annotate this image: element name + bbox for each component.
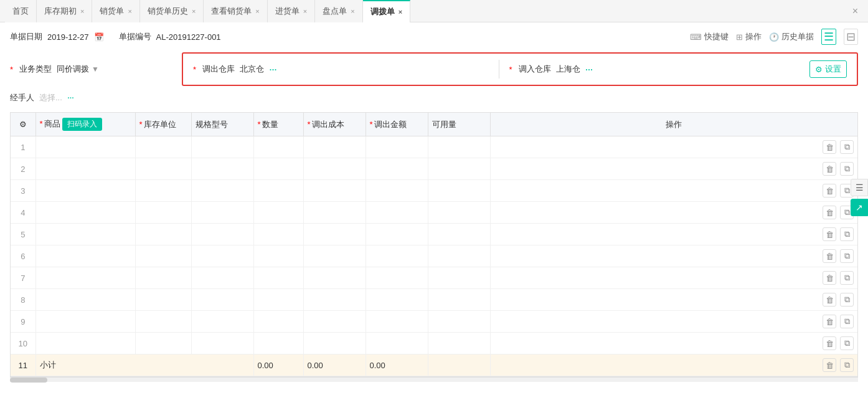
row-3-spec[interactable] — [191, 180, 253, 202]
row-10-qty[interactable] — [253, 333, 303, 355]
row-4-product[interactable] — [35, 202, 135, 224]
tab-bar-close-btn[interactable]: × — [847, 6, 863, 17]
row-6-unit[interactable] — [135, 245, 191, 267]
row-9-spec[interactable] — [191, 311, 253, 333]
row-10-amount[interactable] — [366, 333, 428, 355]
row-8-qty[interactable] — [253, 289, 303, 311]
row-6-cost[interactable] — [303, 245, 366, 267]
tab-close-purchase[interactable]: × — [303, 7, 307, 15]
row-4-amount[interactable] — [366, 202, 428, 224]
row-8-spec[interactable] — [191, 289, 253, 311]
row-1-product[interactable] — [35, 136, 135, 158]
source-more-icon[interactable]: ··· — [269, 63, 276, 76]
row-10-spec[interactable] — [191, 333, 253, 355]
row-1-cost[interactable] — [303, 136, 366, 158]
row-8-cost[interactable] — [303, 289, 366, 311]
delete-icon-2[interactable]: 🗑 — [823, 162, 836, 176]
delete-icon-10[interactable]: 🗑 — [823, 336, 836, 350]
row-1-qty[interactable] — [253, 136, 303, 158]
handler-more-icon[interactable]: ··· — [67, 92, 73, 103]
row-6-available[interactable] — [428, 245, 490, 267]
row-8-available[interactable] — [428, 289, 490, 311]
row-7-spec[interactable] — [191, 267, 253, 289]
row-2-qty[interactable] — [253, 158, 303, 180]
row-2-unit[interactable] — [135, 158, 191, 180]
tab-purchase[interactable]: 进货单 × — [268, 0, 315, 22]
side-list-btn[interactable]: ☰ — [851, 179, 868, 196]
row-4-unit[interactable] — [135, 202, 191, 224]
row-8-amount[interactable] — [366, 289, 428, 311]
copy-icon-9[interactable]: ⧉ — [840, 315, 854, 328]
target-more-icon[interactable]: ··· — [585, 63, 593, 76]
copy-icon-8[interactable]: ⧉ — [840, 293, 854, 307]
row-6-amount[interactable] — [366, 245, 428, 267]
row-4-qty[interactable] — [253, 202, 303, 224]
row-5-cost[interactable] — [303, 224, 366, 245]
row-2-spec[interactable] — [191, 158, 253, 180]
row-5-amount[interactable] — [366, 224, 428, 245]
row-6-spec[interactable] — [191, 245, 253, 267]
row-5-qty[interactable] — [253, 224, 303, 245]
row-2-product[interactable] — [35, 158, 135, 180]
copy-icon-6[interactable]: ⧉ — [840, 249, 854, 263]
row-3-amount[interactable] — [366, 180, 428, 202]
shortcut-btn[interactable]: ⌨ 快捷键 — [690, 31, 729, 42]
business-type-select[interactable]: 同价调拨 ▼ — [57, 64, 131, 75]
layout-icon2[interactable]: ⊟ — [844, 29, 858, 45]
row-9-amount[interactable] — [366, 311, 428, 333]
copy-icon-5[interactable]: ⧉ — [840, 227, 854, 241]
delete-icon-5[interactable]: 🗑 — [823, 227, 836, 241]
row-3-qty[interactable] — [253, 180, 303, 202]
target-warehouse-value[interactable]: 上海仓 — [556, 64, 580, 75]
row-10-available[interactable] — [428, 333, 490, 355]
tab-inventory-init[interactable]: 库存期初 × — [37, 0, 92, 22]
row-10-product[interactable] — [35, 333, 135, 355]
row-9-available[interactable] — [428, 311, 490, 333]
row-9-unit[interactable] — [135, 311, 191, 333]
settings-button[interactable]: ⚙ 设置 — [809, 60, 847, 78]
row-7-available[interactable] — [428, 267, 490, 289]
tab-view-sales[interactable]: 查看销货单 × — [204, 0, 267, 22]
row-10-cost[interactable] — [303, 333, 366, 355]
row-2-available[interactable] — [428, 158, 490, 180]
copy-icon-7[interactable]: ⧉ — [840, 271, 854, 285]
row-9-cost[interactable] — [303, 311, 366, 333]
handler-placeholder[interactable]: 选择... — [39, 92, 62, 103]
row-5-spec[interactable] — [191, 224, 253, 245]
tab-home[interactable]: 首页 — [5, 0, 37, 22]
row-8-unit[interactable] — [135, 289, 191, 311]
row-3-product[interactable] — [35, 180, 135, 202]
row-3-unit[interactable] — [135, 180, 191, 202]
row-7-product[interactable] — [35, 267, 135, 289]
delete-icon-1[interactable]: 🗑 — [823, 140, 836, 154]
delete-icon-3[interactable]: 🗑 — [823, 184, 836, 198]
tab-close-view-sales[interactable]: × — [255, 7, 259, 15]
source-warehouse-value[interactable]: 北京仓 — [240, 64, 264, 75]
row-7-unit[interactable] — [135, 267, 191, 289]
row-6-product[interactable] — [35, 245, 135, 267]
row-5-product[interactable] — [35, 224, 135, 245]
row-2-cost[interactable] — [303, 158, 366, 180]
row-3-cost[interactable] — [303, 180, 366, 202]
tab-close-inventory-check[interactable]: × — [351, 7, 354, 15]
history-btn[interactable]: 🕐 历史单据 — [769, 31, 814, 42]
delete-icon-11[interactable]: 🗑 — [823, 358, 836, 372]
row-5-unit[interactable] — [135, 224, 191, 245]
scrollbar-thumb[interactable] — [10, 378, 47, 383]
row-4-spec[interactable] — [191, 202, 253, 224]
row-2-amount[interactable] — [366, 158, 428, 180]
tab-sales-history[interactable]: 销货单历史 × — [140, 0, 204, 22]
row-8-product[interactable] — [35, 289, 135, 311]
delete-icon-7[interactable]: 🗑 — [823, 271, 836, 285]
scan-button[interactable]: 扫码录入 — [62, 118, 102, 131]
row-6-qty[interactable] — [253, 245, 303, 267]
tab-close-inventory-init[interactable]: × — [80, 7, 84, 15]
gear-icon[interactable]: ⚙ — [19, 120, 27, 129]
delete-icon-9[interactable]: 🗑 — [823, 315, 836, 328]
row-7-qty[interactable] — [253, 267, 303, 289]
date-value[interactable]: 2019-12-27 — [47, 32, 89, 42]
row-1-unit[interactable] — [135, 136, 191, 158]
tab-close-transfer[interactable]: × — [399, 8, 402, 16]
row-7-amount[interactable] — [366, 267, 428, 289]
copy-icon-11[interactable]: ⧉ — [840, 358, 854, 372]
